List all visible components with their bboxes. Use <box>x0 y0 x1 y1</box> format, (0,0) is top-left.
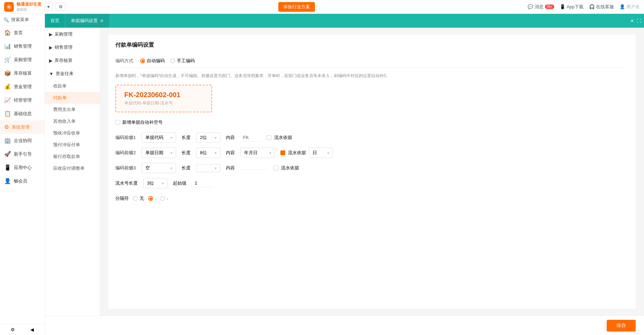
encoding-method-radio-group: 自动编码 手工编码 <box>140 58 195 64</box>
tab-close-icon[interactable]: ✕ <box>100 18 104 24</box>
serial-start-input[interactable] <box>192 179 213 187</box>
prefix-2-select[interactable]: 单据日期 ▾ <box>142 148 176 158</box>
prefix-3-label: 编码前缀3 <box>115 165 136 171</box>
search-icon: 🔍 <box>3 17 9 22</box>
tab-serial-settings[interactable]: 单据编码设置 ✕ <box>65 14 110 28</box>
sub-sidebar-header-inventory[interactable]: ▶ 库存核算 <box>45 54 100 67</box>
prefix-2-label: 编码前缀2 <box>115 150 136 156</box>
prefix-3-length-select[interactable]: ▾ <box>196 164 220 172</box>
sub-sidebar-group-finance: ▼ 资金往来 收款单 付款单 费用支出单 其他收入单 预收冲应收单 预付冲应付单… <box>45 67 100 174</box>
basic-info-icon: 📋 <box>4 110 11 117</box>
sidebar-item-basic-info[interactable]: 📋 基础信息 <box>0 107 45 120</box>
expand-sales-icon: ▶ <box>49 45 52 50</box>
prefix-3-length-label: 长度 <box>182 165 191 171</box>
sub-sidebar-child-receipt[interactable]: 收款单 <box>45 80 100 92</box>
radio-manual-encoding[interactable]: 手工编码 <box>170 58 195 64</box>
sidebar-settings-icon[interactable]: ⚙ <box>11 327 15 332</box>
code-preview-sub: 单据代码-单据日期-流水号 <box>124 100 203 106</box>
sub-sidebar-child-bank[interactable]: 银行存取款单 <box>45 151 100 162</box>
sidebar-item-operations[interactable]: 📈 经营管理 <box>0 93 45 107</box>
prefix-3-serial-group: 流水依据 <box>273 165 299 171</box>
sub-sidebar-group-inventory: ▶ 库存核算 <box>45 54 100 67</box>
sub-sidebar-child-adjustment[interactable]: 应收应付调整单 <box>45 162 100 174</box>
sidebar-item-home[interactable]: 🏠 首页 <box>0 26 45 39</box>
separator-none-radio[interactable] <box>133 196 138 201</box>
message-item[interactable]: 💬 消息 99+ <box>528 4 554 10</box>
trial-btn[interactable]: 体验行业方案 <box>278 2 315 12</box>
sidebar-item-enterprise[interactable]: 🏢 企业协同 <box>0 134 45 147</box>
separator-label: 分隔符 <box>115 195 129 202</box>
prefix-3-content-label: 内容 <box>226 165 235 171</box>
sidebar-item-quickstart[interactable]: 🚀 新手引导 <box>0 147 45 161</box>
save-button[interactable]: 保存 <box>607 320 636 332</box>
auto-fill-checkbox[interactable] <box>115 120 120 125</box>
chevron-down-icon-3: ▾ <box>171 151 172 155</box>
sidebar-item-member[interactable]: 👤 畅会员 <box>0 174 45 188</box>
separator-none[interactable]: 无 <box>133 195 144 202</box>
sub-sidebar-header-finance[interactable]: ▼ 资金往来 <box>45 67 100 80</box>
prefix-2-serial-unit-select[interactable]: 日 ▾ <box>309 148 333 158</box>
encoding-method-label: 编码方式 <box>115 58 133 64</box>
sub-sidebar-child-expense[interactable]: 费用支出单 <box>45 104 100 115</box>
user-avatar[interactable]: 👤 用户名 <box>619 4 640 10</box>
tab-bar-right: ✕ ⛶ <box>630 14 644 28</box>
prefix-3-select[interactable]: 空 ▾ <box>142 163 176 173</box>
code-preview-main: FK-20230602-001 <box>124 91 203 99</box>
prefix-2-content-select[interactable]: 年月日 ▾ <box>240 148 275 158</box>
tab-home[interactable]: 首页 <box>45 14 65 28</box>
sub-sidebar-child-prepay-ap[interactable]: 预付冲应付单 <box>45 139 100 151</box>
prefix-1-content-value: FK <box>240 133 261 142</box>
sub-sidebar-header-sales[interactable]: ▶ 销售管理 <box>45 41 100 54</box>
prefix-1-length-select[interactable]: 2位 ▾ <box>196 132 220 143</box>
prefix-2-serial-checkbox[interactable] <box>280 150 285 155</box>
separator-dot-2[interactable]: · <box>160 196 168 201</box>
prefix-2-length-select[interactable]: 8位 ▾ <box>196 148 220 158</box>
app-download-icon: 📱 <box>560 4 565 9</box>
sub-sidebar-child-other-income[interactable]: 其他收入单 <box>45 115 100 127</box>
radio-auto-btn[interactable] <box>140 58 145 63</box>
sub-sidebar: ▶ 采购管理 ▶ 销售管理 ▶ 库存核算 <box>45 28 100 316</box>
app-logo-icon <box>4 2 14 12</box>
operations-icon: 📈 <box>4 97 11 103</box>
sidebar-search[interactable]: 🔍 搜索菜单 <box>0 14 45 26</box>
radio-manual-btn[interactable] <box>170 58 175 63</box>
prefix-2-content-label: 内容 <box>226 150 235 156</box>
separator-dot-1[interactable]: · <box>148 196 156 201</box>
encoding-method-row: 编码方式 自动编码 手工编码 <box>115 54 629 68</box>
sidebar-item-app-center[interactable]: 📱 应用中心 <box>0 161 45 174</box>
tab-minimize-icon[interactable]: ✕ <box>630 18 634 24</box>
prefix-3-serial-checkbox[interactable] <box>273 166 278 170</box>
prefix-row-1: 编码前缀1 单据代码 ▾ 长度 2位 ▾ 内容 FK <box>115 132 629 143</box>
member-icon: 👤 <box>4 178 11 184</box>
tab-maximize-icon[interactable]: ⛶ <box>637 18 641 24</box>
sidebar-item-inventory[interactable]: 📦 库存核算 <box>0 66 45 80</box>
prefix-1-serial-checkbox[interactable] <box>267 135 271 140</box>
chevron-down-icon-6: ▾ <box>327 151 329 155</box>
separator-dot2-radio[interactable] <box>160 196 165 201</box>
chevron-down-icon-5: ▾ <box>269 151 271 155</box>
sidebar-item-sales[interactable]: 📊 销售管理 <box>0 39 45 53</box>
prefix-1-select[interactable]: 单据代码 ▾ <box>142 132 176 143</box>
separator-dot1-radio[interactable] <box>148 196 153 201</box>
app-download-item[interactable]: 📱 App下载 <box>560 4 584 10</box>
sub-sidebar-child-prepay-ar[interactable]: 预收冲应收单 <box>45 127 100 139</box>
hint-text: 新增单据时，*单据编码*自动生成，不可编辑。前缀设置为部门、业务员等档案类，开单… <box>115 73 629 79</box>
prefix-1-serial-group: 流水依据 <box>267 134 292 141</box>
customer-service-item[interactable]: 🎧 在线客服 <box>589 4 614 10</box>
avatar-icon: 👤 <box>619 4 625 9</box>
settings-button[interactable]: ⚙ <box>56 3 66 11</box>
serial-length-select[interactable]: 3位 ▾ <box>143 178 167 188</box>
sub-sidebar-child-payment[interactable]: 付款单 <box>45 92 100 104</box>
nav-dropdown-button[interactable]: ▾ <box>44 3 53 11</box>
sidebar-item-purchase[interactable]: 🛒 采购管理 <box>0 53 45 66</box>
sidebar-item-system[interactable]: ⚙ 系统管理 <box>0 120 45 134</box>
bottom-bar: 保存 <box>45 316 644 335</box>
prefix-3-content-value <box>240 167 268 170</box>
system-icon: ⚙ <box>4 124 9 130</box>
radio-auto-encoding[interactable]: 自动编码 <box>140 58 165 64</box>
topbar-right: 💬 消息 99+ 📱 App下载 🎧 在线客服 👤 用户名 <box>528 4 640 10</box>
home-icon: 🏠 <box>4 29 11 36</box>
sidebar-item-finance[interactable]: 💰 资金管理 <box>0 80 45 93</box>
sub-sidebar-header-purchase[interactable]: ▶ 采购管理 <box>45 28 100 41</box>
sidebar-collapse-icon[interactable]: ◀ <box>30 327 34 332</box>
